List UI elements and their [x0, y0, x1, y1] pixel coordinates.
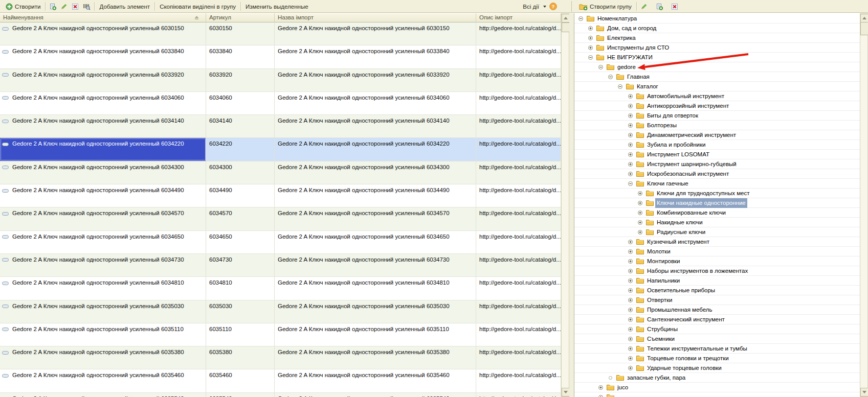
cell-name[interactable]: Gedore 2 A Ключ накидной односторонний у… [0, 207, 206, 230]
tree-item[interactable]: Дом, сад и огород [574, 24, 860, 33]
cell-article[interactable]: 6034140 [206, 115, 275, 137]
table-row[interactable]: Gedore 2 A Ключ накидной односторонний у… [0, 138, 561, 161]
expand-icon[interactable] [638, 201, 642, 205]
expand-icon[interactable] [628, 94, 633, 99]
edit-button[interactable] [58, 2, 70, 11]
expand-icon[interactable] [588, 36, 593, 40]
tree-item[interactable]: Промышленная мебель [574, 305, 860, 315]
tree-item[interactable] [574, 392, 860, 397]
cell-import-desc[interactable]: http://gedore-tool.ru/catalog/d... [476, 346, 561, 369]
tree-item[interactable]: Болторезы [574, 121, 860, 130]
expand-icon[interactable] [628, 113, 633, 118]
table-row[interactable]: Gedore 2 A Ключ накидной односторонний у… [0, 323, 561, 346]
expand-icon[interactable] [628, 308, 633, 312]
tree-item-label[interactable]: Отвертки [646, 295, 674, 305]
tree-item[interactable]: Молотки [574, 247, 860, 256]
cell-import-name[interactable]: Gedore 2 A Ключ накидной односторонний у… [275, 369, 476, 392]
expand-icon[interactable] [638, 220, 642, 225]
tree-item-label[interactable]: Ударные торцевые головки [646, 363, 723, 373]
all-actions-button[interactable]: Всі дії [520, 3, 547, 11]
tree-item[interactable]: Биты для отверток [574, 111, 860, 121]
tree-item-label[interactable]: Антикоррозийный инструмент [646, 101, 730, 111]
cell-import-name[interactable]: Gedore 2 A Ключ накидной односторонний у… [275, 22, 476, 45]
tree-item[interactable]: Динамометрический инструмент [574, 130, 860, 140]
tree-item-label[interactable]: Ключи накидные односторонние [655, 198, 747, 208]
cell-article[interactable]: 6034300 [206, 161, 275, 184]
cell-import-desc[interactable]: http://gedore-tool.ru/catalog/d... [476, 22, 561, 45]
cell-import-name[interactable]: Gedore 2 A Ключ накидной односторонний у… [275, 277, 476, 299]
cell-name[interactable]: Gedore 2 A Ключ накидной односторонний у… [0, 277, 206, 299]
expand-icon[interactable] [628, 327, 633, 332]
table-row[interactable]: Gedore 2 A Ключ накидной односторонний у… [0, 346, 561, 369]
tree-item-label[interactable]: Динамометрический инструмент [646, 130, 738, 140]
expand-icon[interactable] [628, 152, 633, 157]
cell-import-name[interactable]: Gedore 2 A Ключ накидной односторонний у… [275, 92, 476, 114]
cell-article[interactable]: 6035460 [206, 369, 275, 392]
expand-icon[interactable] [628, 249, 633, 254]
cell-name[interactable]: Gedore 2 A Ключ накидной односторонний у… [0, 92, 206, 114]
collapse-icon[interactable] [578, 16, 583, 21]
tree-item-label[interactable]: запасные губки, пара [626, 373, 687, 383]
table-row[interactable]: Gedore 2 A Ключ накидной односторонний у… [0, 69, 561, 92]
cell-name[interactable]: Gedore 2 A Ключ накидной односторонний у… [0, 300, 206, 323]
cell-name[interactable]: Gedore 2 A Ключ накидной односторонний у… [0, 184, 206, 207]
tree-item[interactable]: juco [574, 383, 860, 392]
tree-item-label[interactable]: НЕ ВИГРУЖАТИ [606, 53, 654, 62]
tree-item-label[interactable]: Наборы инструментов в ложементах [646, 266, 749, 276]
create-button[interactable]: Створити [3, 2, 43, 11]
tree-item[interactable]: Съемники [574, 334, 860, 344]
cell-import-desc[interactable]: http://gedore-tool.ru/catalog/d... [476, 393, 561, 397]
tree-item-label[interactable]: Торцевые головки и трещотки [646, 354, 730, 363]
cell-article[interactable]: 6035540 [206, 393, 275, 397]
tree-item-label[interactable]: Ключи для труднодоступных мест [655, 189, 751, 198]
tree-item-label[interactable]: juco [616, 383, 630, 392]
cell-name[interactable]: Gedore 2 A Ключ накидной односторонний у… [0, 231, 206, 253]
cell-import-desc[interactable]: http://gedore-tool.ru/catalog/d... [476, 207, 561, 230]
cell-import-name[interactable]: Gedore 2 A Ключ накидной односторонний у… [275, 254, 476, 276]
collapse-icon[interactable] [598, 65, 603, 69]
tree-item[interactable]: Отвертки [574, 295, 860, 305]
cell-import-desc[interactable]: http://gedore-tool.ru/catalog/d... [476, 231, 561, 253]
create-group-button[interactable]: Створити групу [576, 2, 635, 11]
cell-name[interactable]: Gedore 2 A Ключ накидной односторонний у… [0, 254, 206, 276]
tree-item-label[interactable]: Искробезопасный инструмент [646, 169, 730, 179]
table-row[interactable]: Gedore 2 A Ключ накидной односторонний у… [0, 393, 561, 397]
expand-icon[interactable] [628, 143, 633, 147]
tree-item-label[interactable]: Дом, сад и огород [606, 24, 658, 33]
cell-article[interactable]: 6033920 [206, 69, 275, 91]
tree-item-label[interactable]: Автомобильный инструмент [646, 91, 726, 101]
tree-item-label[interactable]: Напильники [646, 276, 681, 286]
expand-icon[interactable] [638, 230, 642, 235]
tree-item-label[interactable]: Накидные ключи [655, 218, 704, 227]
expand-icon[interactable] [628, 366, 633, 370]
tree-item[interactable]: Кузнечный инструмент [574, 237, 860, 247]
tree-item[interactable]: Радиусные ключи [574, 227, 860, 237]
tree-item[interactable]: Тележки инструментальные и тумбы [574, 344, 860, 354]
expand-icon[interactable] [628, 133, 633, 137]
tree-item-label[interactable]: Промышленная мебель [646, 305, 714, 315]
tree-item[interactable]: Автомобильный инструмент [574, 91, 860, 101]
expand-icon[interactable] [628, 356, 633, 361]
panel-splitter[interactable] [569, 13, 574, 397]
tree-item-label[interactable]: Комбинированные ключи [655, 208, 727, 218]
cell-import-name[interactable]: Gedore 2 A Ключ накидной односторонний у… [275, 300, 476, 323]
cell-article[interactable]: 6030150 [206, 22, 275, 45]
expand-icon[interactable] [628, 317, 633, 322]
scrollbar-thumb[interactable] [860, 22, 868, 35]
tree-item-label[interactable]: Болторезы [646, 121, 678, 130]
cell-import-desc[interactable]: http://gedore-tool.ru/catalog/d... [476, 161, 561, 184]
tree-item[interactable]: Сантехнический инструмент [574, 315, 860, 324]
table-row[interactable]: Gedore 2 A Ключ накидной односторонний у… [0, 115, 561, 138]
table-row[interactable]: Gedore 2 A Ключ накидной односторонний у… [0, 300, 561, 323]
tree-item[interactable]: Ударные торцевые головки [574, 363, 860, 373]
tree-item-label[interactable]: gedore [616, 62, 637, 72]
delete-button[interactable] [70, 2, 81, 11]
tree-item[interactable]: Инструмент шарнирно-губцевый [574, 159, 860, 169]
cell-import-name[interactable]: Gedore 2 A Ключ накидной односторонний у… [275, 45, 476, 68]
column-header-import-name[interactable]: Назва імпорт [275, 13, 476, 22]
expand-icon[interactable] [628, 278, 633, 283]
tree-item[interactable]: запасные губки, пара [574, 373, 860, 383]
expand-icon[interactable] [628, 259, 633, 264]
tree-item-label[interactable]: Биты для отверток [646, 111, 700, 121]
table-row[interactable]: Gedore 2 A Ключ накидной односторонний у… [0, 254, 561, 277]
